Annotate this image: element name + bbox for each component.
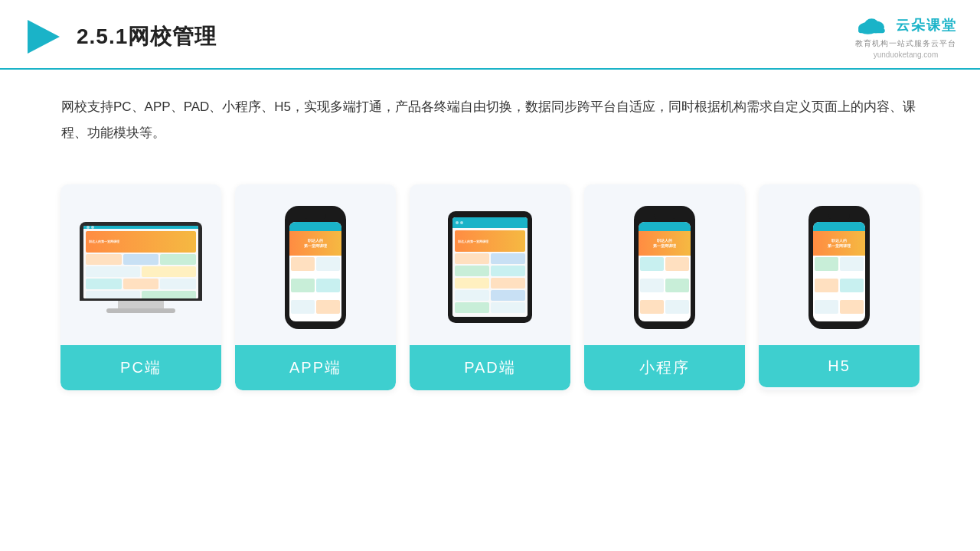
pc-screen: 职达人的第一堂网课理 [83, 226, 198, 298]
svg-marker-0 [28, 20, 60, 54]
card-image-app: 职达人的第一堂网课理 [235, 184, 396, 345]
phone-screen-app: 职达人的第一堂网课理 [289, 222, 341, 321]
logo-cloud: 云朵课堂 [854, 14, 957, 37]
description-text: 网校支持PC、APP、PAD、小程序、H5，实现多端打通，产品各终端自由切换，数… [61, 99, 916, 140]
svg-rect-4 [858, 28, 885, 33]
card-app: 职达人的第一堂网课理 [235, 184, 396, 390]
phone-notch-mini [654, 214, 675, 219]
tablet-border: 职达人的第一堂网课理 [448, 211, 532, 323]
card-h5: 职达人的第一堂网课理 [759, 184, 920, 390]
logo-area: 云朵课堂 教育机构一站式服务云平台 yunduoketang.com [854, 14, 957, 59]
card-miniprogram: 职达人的第一堂网课理 [584, 184, 745, 390]
description: 网校支持PC、APP、PAD、小程序、H5，实现多端打通，产品各终端自由切换，数… [0, 70, 980, 154]
card-label-miniprogram: 小程序 [584, 345, 745, 390]
phone-screen-mini: 职达人的第一堂网课理 [639, 222, 691, 321]
card-image-pad: 职达人的第一堂网课理 [410, 184, 570, 345]
phone-notch-app [305, 214, 326, 219]
phone-screen-h5: 职达人的第一堂网课理 [813, 222, 865, 321]
logo-text: 云朵课堂 [896, 16, 957, 34]
pc-mockup: 职达人的第一堂网课理 [80, 222, 202, 313]
card-label-app: APP端 [235, 345, 396, 390]
card-label-pc: PC端 [60, 345, 221, 390]
logo-sub: 教育机构一站式服务云平台 [855, 38, 956, 49]
page-title: 2.5.1网校管理 [77, 22, 217, 51]
phone-border-mini: 职达人的第一堂网课理 [634, 206, 695, 329]
card-label-h5: H5 [759, 345, 920, 387]
svg-point-5 [889, 22, 891, 24]
phone-mockup-mini: 职达人的第一堂网课理 [634, 206, 695, 329]
pc-base [106, 308, 175, 313]
cards-section: 职达人的第一堂网课理 [0, 161, 980, 406]
logo-url: yunduoketang.com [874, 51, 939, 59]
pc-screen-border: 职达人的第一堂网课理 [80, 222, 202, 301]
phone-mockup-app: 职达人的第一堂网课理 [285, 206, 346, 329]
card-label-pad: PAD端 [410, 345, 570, 390]
phone-border-app: 职达人的第一堂网课理 [285, 206, 346, 329]
card-image-pc: 职达人的第一堂网课理 [60, 184, 221, 345]
phone-notch-h5 [828, 214, 850, 219]
phone-mockup-h5: 职达人的第一堂网课理 [808, 206, 870, 329]
play-icon [23, 17, 63, 57]
header: 2.5.1网校管理 云朵课堂 教育机构一站式服务云平台 yunduoketang… [0, 0, 980, 70]
tablet-screen: 职达人的第一堂网课理 [452, 217, 528, 317]
phone-border-h5: 职达人的第一堂网课理 [808, 206, 870, 329]
card-pc: 职达人的第一堂网课理 [60, 184, 221, 390]
tablet-mockup: 职达人的第一堂网课理 [448, 211, 532, 323]
header-left: 2.5.1网校管理 [23, 17, 217, 57]
card-pad: 职达人的第一堂网课理 [410, 184, 570, 390]
cloud-icon [854, 14, 891, 37]
card-image-h5: 职达人的第一堂网课理 [759, 184, 920, 345]
card-image-miniprogram: 职达人的第一堂网课理 [584, 184, 745, 345]
pc-stand [118, 301, 164, 308]
